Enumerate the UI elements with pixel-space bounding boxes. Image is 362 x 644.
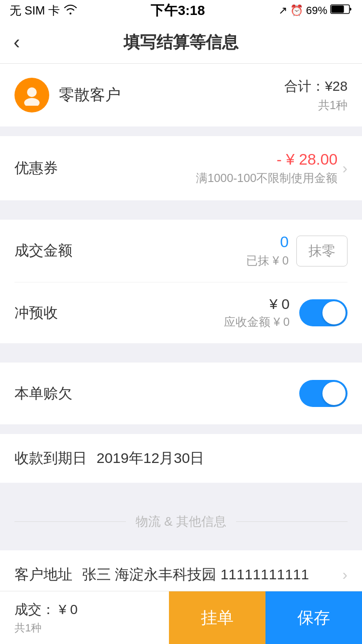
page-title: 填写结算等信息 <box>124 31 238 54</box>
bottom-summary: 成交： ¥ 0 共1种 <box>0 601 169 635</box>
svg-rect-1 <box>331 6 344 13</box>
logistics-text-wrap: 物流 & 其他信息 <box>126 513 236 530</box>
due-date-value: 2019年12月30日 <box>97 448 204 468</box>
nav-bar: ‹ 填写结算等信息 <box>0 21 362 64</box>
bottom-deal-value: ¥ 0 <box>59 602 78 617</box>
customer-right: 合计：¥28 共1种 <box>284 77 348 113</box>
coupon-chevron-right-icon: › <box>342 159 348 177</box>
status-bar: 无 SIM 卡 下午3:18 ↗ ⏰ 69% <box>0 0 362 21</box>
toggle-circle <box>322 301 346 324</box>
svg-point-2 <box>27 87 37 97</box>
section-divider-4 <box>0 541 362 550</box>
bottom-bar: 成交： ¥ 0 共1种 挂单 保存 <box>0 591 362 644</box>
bottom-deal-label: 成交： <box>14 602 55 617</box>
address-label: 客户地址 <box>14 565 72 585</box>
prepaid-label: 冲预收 <box>14 303 58 323</box>
main-content: 零散客户 合计：¥28 共1种 优惠券 - ¥ 28.00 满1000-100不… <box>0 64 362 644</box>
debt-row: 本单赊欠 <box>14 363 348 424</box>
section-divider <box>0 210 362 220</box>
address-chevron-right-icon: › <box>342 566 348 584</box>
location-icon: ↗ <box>278 4 287 17</box>
wifi-icon <box>64 4 77 17</box>
prepaid-sub: 应收金额 ¥ 0 <box>224 314 290 330</box>
status-time: 下午3:18 <box>151 1 205 20</box>
customer-avatar <box>14 78 49 112</box>
debt-toggle-circle <box>322 382 346 405</box>
customer-left: 零散客户 <box>14 78 121 112</box>
due-date-label: 收款到期日 <box>14 448 87 468</box>
coupon-right: - ¥ 28.00 满1000-100不限制使用金额 › <box>196 151 348 186</box>
hang-button[interactable]: 挂单 <box>169 591 265 644</box>
debt-section: 本单赊欠 <box>0 363 362 424</box>
status-right: ↗ ⏰ 69% <box>278 4 352 17</box>
alarm-icon: ⏰ <box>290 4 303 17</box>
debt-label: 本单赊欠 <box>14 384 72 404</box>
deal-amount-value: 0 <box>246 233 289 251</box>
back-button[interactable]: ‹ <box>14 31 20 53</box>
prepaid-row: 冲预收 ¥ 0 应收金额 ¥ 0 <box>14 282 348 343</box>
customer-name: 零散客户 <box>59 84 121 106</box>
coupon-desc: 满1000-100不限制使用金额 <box>196 170 337 186</box>
round-off-button[interactable]: 抹零 <box>296 236 348 266</box>
deal-amount-sub: 已抹 ¥ 0 <box>246 253 289 268</box>
section-divider-3 <box>0 492 362 502</box>
status-left: 无 SIM 卡 <box>10 3 77 18</box>
customer-section: 零散客户 合计：¥28 共1种 <box>0 64 362 126</box>
prepaid-right: ¥ 0 应收金额 ¥ 0 <box>224 296 348 330</box>
logistics-title: 物流 & 其他信息 <box>136 514 226 529</box>
coupon-amount: - ¥ 28.00 <box>196 151 337 168</box>
deal-value-area: 0 已抹 ¥ 0 <box>246 233 289 268</box>
battery-level: 69% <box>306 4 327 17</box>
deal-amount-row: 成交金额 0 已抹 ¥ 0 抹零 <box>14 220 348 282</box>
address-value: 张三 海淀永丰科技园 11111111111 <box>82 565 337 585</box>
deal-section: 成交金额 0 已抹 ¥ 0 抹零 冲预收 ¥ 0 应收金额 ¥ 0 <box>0 220 362 343</box>
bottom-deal: 成交： ¥ 0 <box>14 601 154 619</box>
section-divider-2 <box>0 343 362 353</box>
customer-total: 合计：¥28 <box>284 77 348 96</box>
battery-icon <box>330 4 352 17</box>
debt-toggle[interactable] <box>299 380 348 407</box>
svg-point-3 <box>24 98 40 106</box>
coupon-section[interactable]: 优惠券 - ¥ 28.00 满1000-100不限制使用金额 › <box>0 136 362 200</box>
bottom-count: 共1种 <box>14 621 154 635</box>
sim-label: 无 SIM 卡 <box>10 3 60 18</box>
prepaid-toggle[interactable] <box>299 299 348 326</box>
save-button[interactable]: 保存 <box>265 591 362 644</box>
deal-amount-label: 成交金额 <box>14 241 72 261</box>
logistics-header: 物流 & 其他信息 <box>0 502 362 541</box>
coupon-info: - ¥ 28.00 满1000-100不限制使用金额 <box>196 151 337 186</box>
deal-right: 0 已抹 ¥ 0 抹零 <box>246 233 348 268</box>
prepaid-info: ¥ 0 应收金额 ¥ 0 <box>224 296 290 330</box>
due-date-section: 收款到期日 2019年12月30日 <box>0 434 362 483</box>
coupon-label: 优惠券 <box>14 158 58 178</box>
prepaid-amount: ¥ 0 <box>224 296 290 312</box>
customer-count: 共1种 <box>284 98 348 113</box>
